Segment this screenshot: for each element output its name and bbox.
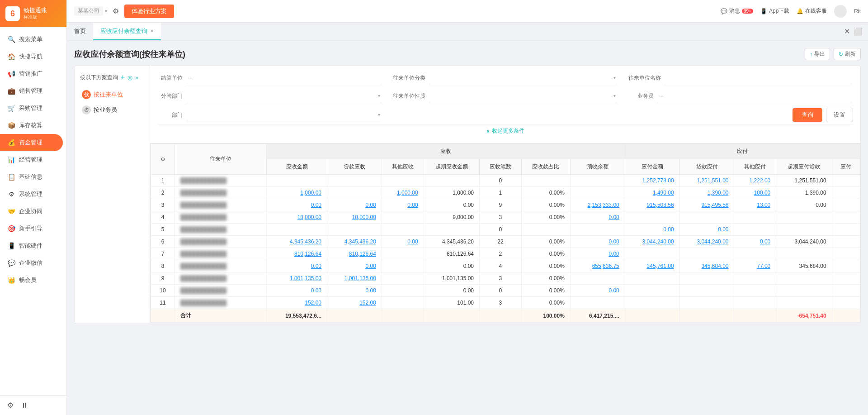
sidebar-item-wechat[interactable]: 💬企业微信 [0, 254, 66, 272]
cell-link[interactable]: 810,126.64 [294, 251, 321, 257]
cell-link[interactable]: 152.00 [359, 300, 376, 306]
cell-ar-prepaid [570, 187, 625, 199]
cell-link[interactable]: 915,495.56 [701, 202, 728, 208]
cell-ar-ratio: 0.00% [521, 187, 570, 199]
cell-link[interactable]: 1,000.00 [300, 190, 321, 196]
export-button[interactable]: ↑ 导出 [805, 48, 830, 60]
partner-name-input[interactable] [665, 72, 853, 84]
cell-link[interactable]: 655,636.75 [592, 263, 619, 269]
cell-link[interactable]: 1,001,135.00 [290, 275, 321, 281]
sidebar-item-member[interactable]: 👑畅会员 [0, 272, 66, 289]
tab-close-icon[interactable]: ✕ [150, 29, 154, 33]
sidebar-item-search-menu[interactable]: 🔍搜索菜单 [0, 31, 66, 48]
tab-ar-ap[interactable]: 应收应付余额查询 ✕ [93, 23, 161, 40]
cell-link[interactable]: 2,153,333.00 [588, 202, 619, 208]
cell-link[interactable]: 3,044,240.00 [697, 239, 728, 245]
cell-link[interactable]: 4,345,436.20 [344, 239, 376, 245]
tab-close-all-icon[interactable]: ✕ [844, 27, 850, 36]
cell-link[interactable]: 1,001,135.00 [344, 275, 376, 281]
cell-link[interactable]: 0.00 [366, 263, 376, 269]
app-download-button[interactable]: 📱 App下载 [760, 7, 789, 15]
cell-link[interactable]: 345,761.00 [647, 263, 674, 269]
cell-link[interactable]: 0.00 [311, 263, 321, 269]
wechat-icon: 💬 [7, 259, 15, 267]
cell-link[interactable]: 18,000.00 [352, 214, 376, 220]
cell-link[interactable]: 0.00 [311, 287, 321, 294]
sidebar-item-system[interactable]: ⚙系统管理 [0, 186, 66, 203]
cell-link[interactable]: 0.00 [760, 239, 770, 245]
cell-link[interactable]: 1,490.00 [653, 190, 674, 196]
sidebar-item-smart-hw[interactable]: 📱智能硬件 [0, 237, 66, 254]
cell-link[interactable]: 0.00 [609, 251, 619, 257]
cell-link[interactable]: 77.00 [757, 263, 770, 269]
settings-button[interactable]: 设置 [826, 108, 853, 122]
query-button[interactable]: 查询 [793, 108, 822, 122]
sidebar-item-purchase[interactable]: 🛒采购管理 [0, 100, 66, 117]
user-avatar[interactable] [834, 5, 847, 18]
tab-maximize-icon[interactable]: ⬜ [854, 27, 863, 36]
cell-link[interactable]: 13.00 [757, 202, 770, 208]
cell-link[interactable]: 152.00 [305, 300, 321, 306]
department-input[interactable]: ▾ [186, 109, 382, 121]
online-service-button[interactable]: 🔔 在线客服 [797, 7, 827, 15]
cell-link[interactable]: 3,044,240.00 [642, 239, 674, 245]
table-row: 9 ████████████ 1,001,135.00 1,001,135.00… [151, 272, 860, 285]
filter-collapse-icon[interactable]: « [135, 74, 138, 81]
collapse-more-btn[interactable]: ∧ 收起更多条件 [157, 124, 853, 138]
salesman-input[interactable]: ··· [657, 90, 853, 102]
cell-link[interactable]: 915,508.56 [647, 202, 674, 208]
refresh-button[interactable]: ↻ 刷新 [834, 48, 861, 60]
cell-link[interactable]: 0.00 [311, 202, 321, 208]
cell-link[interactable]: 0.00 [366, 202, 376, 208]
sidebar-collapse-icon[interactable]: ⏸ [21, 401, 28, 410]
tab-home[interactable]: 首页 [67, 23, 93, 40]
cell-link[interactable]: 18,000.00 [297, 214, 321, 220]
settlement-unit-input[interactable]: ··· [186, 72, 382, 84]
add-filter-icon[interactable]: + [121, 73, 125, 81]
cell-link[interactable]: 4,345,436.20 [290, 239, 321, 245]
cell-link[interactable]: 1,000.00 [397, 190, 418, 196]
cell-link[interactable]: 1,251,551.00 [697, 177, 728, 184]
dept-manager-label: 分管部门 [157, 92, 186, 100]
sidebar-item-finance[interactable]: 💰资金管理 [0, 134, 63, 151]
sidebar-item-base-info[interactable]: 📋基础信息 [0, 168, 66, 186]
sidebar-item-sales[interactable]: 💼销售管理 [0, 82, 66, 100]
cell-link[interactable]: 810,126.64 [349, 251, 376, 257]
filter-by-partner[interactable]: 伙 按往来单位 [78, 87, 146, 102]
sidebar-item-collab[interactable]: 🤝企业协同 [0, 203, 66, 220]
sidebar-item-inventory[interactable]: 📦库存核算 [0, 117, 66, 134]
cell-link[interactable]: 0.00 [407, 202, 418, 208]
sidebar-item-operations[interactable]: 📊经营管理 [0, 151, 66, 168]
sidebar-item-quick-nav[interactable]: 🏠快捷导航 [0, 48, 66, 65]
cell-link[interactable]: 0.00 [609, 287, 619, 294]
cell-link[interactable]: 0.00 [609, 239, 619, 245]
partner-nature-input[interactable]: ▾ [429, 90, 618, 102]
total-ar-count [480, 309, 522, 323]
cell-link[interactable]: 345,684.00 [701, 263, 728, 269]
cell-ap-amount: 1,490.00 [625, 187, 679, 199]
collapse-more-label: 收起更多条件 [492, 127, 524, 135]
partner-category-input[interactable]: ▾ [429, 72, 618, 84]
chevron-down-icon[interactable]: ▾ [105, 9, 107, 14]
message-button[interactable]: 💬 消息 99+ [721, 7, 753, 15]
cell-link[interactable]: 1,222.00 [750, 177, 771, 184]
solution-button[interactable]: 体验行业方案 [124, 5, 174, 18]
dept-manager-input[interactable]: ▾ [186, 90, 382, 102]
table-settings-icon[interactable]: ⚙ [156, 153, 169, 166]
sidebar-item-guide[interactable]: 🎯新手引导 [0, 220, 66, 237]
cell-link[interactable]: 0.00 [663, 226, 674, 233]
cell-link[interactable]: 0.00 [718, 226, 728, 233]
filter-by-salesman[interactable]: ⏱ 按业务员 [78, 102, 146, 118]
table-row: 4 ████████████ 18,000.00 18,000.00 9,000… [151, 211, 860, 224]
sidebar-settings-icon[interactable]: ⚙ [7, 401, 14, 410]
cell-link[interactable]: 0.00 [609, 214, 619, 220]
query-fields-area: 结算单位 ··· 往来单位分类 ▾ 往来单位名称 [150, 66, 861, 143]
cell-link[interactable]: 0.00 [407, 239, 418, 245]
cell-link[interactable]: 1,252,773.00 [642, 177, 674, 184]
filter-settings-icon[interactable]: ◎ [127, 74, 132, 81]
cell-link[interactable]: 0.00 [366, 287, 376, 294]
cell-link[interactable]: 1,390.00 [708, 190, 729, 196]
cell-link[interactable]: 100.00 [754, 190, 771, 196]
top-settings-icon[interactable]: ⚙ [113, 7, 119, 15]
sidebar-item-marketing[interactable]: 📢营销推广 [0, 65, 66, 82]
